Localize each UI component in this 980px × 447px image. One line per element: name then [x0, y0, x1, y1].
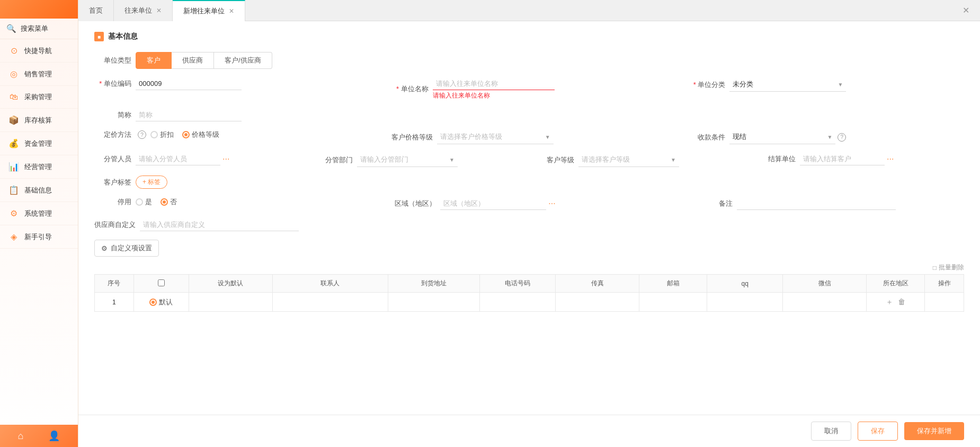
table-header-row: 序号设为默认联系人到货地址电话号码传真邮箱qq微信所在地区操作	[95, 275, 964, 293]
chevron-down-icon-5: ▼	[671, 157, 676, 163]
save-button[interactable]: 保存	[858, 422, 898, 441]
chevron-down-icon: ▼	[838, 82, 843, 87]
settlement-input[interactable]	[800, 153, 885, 165]
manager-input[interactable]	[136, 153, 220, 165]
contact-input[interactable]	[209, 298, 252, 306]
location-cell	[783, 293, 867, 312]
region-field: 区域（地区） ···	[395, 197, 663, 210]
payment-help-icon[interactable]: ?	[838, 133, 846, 142]
default-radio	[149, 299, 157, 306]
pricing-discount-option[interactable]: 折扣	[150, 130, 174, 139]
wechat-input[interactable]	[726, 298, 763, 306]
sidebar-item-inventory[interactable]: 📦 库存核算	[0, 109, 78, 132]
sidebar-search[interactable]: 🔍 搜索菜单	[0, 19, 78, 39]
sidebar-home-icon[interactable]: ⌂	[18, 431, 24, 442]
pricing-field: 定价方法 ? 折扣 价格等级	[94, 130, 370, 139]
short-name-field: 简称	[94, 109, 964, 121]
address-input[interactable]	[298, 298, 362, 306]
add-tag-button[interactable]: + 标签	[136, 176, 167, 189]
cancel-button[interactable]: 取消	[811, 422, 851, 441]
unit-type-btn-supplier[interactable]: 供应商	[172, 52, 214, 69]
table-header-2: 联系人	[272, 275, 388, 293]
main-area: 首页往来单位✕新增往来单位✕✕ ■ 基本信息 单位类型 客户供应商客户/供应商 …	[78, 0, 980, 447]
basic-icon: 📋	[8, 185, 19, 195]
unit-category-value: 未分类	[733, 80, 835, 89]
default-radio-item[interactable]: 默认	[149, 297, 173, 307]
disabled-yes-option[interactable]: 是	[136, 197, 152, 207]
manager-more-icon[interactable]: ···	[222, 154, 229, 164]
location-input[interactable]	[804, 298, 846, 306]
sidebar-user-icon[interactable]: 👤	[48, 430, 60, 442]
close-all-tabs-button[interactable]: ✕	[957, 5, 975, 15]
sidebar-item-purchase[interactable]: 🛍 采购管理	[0, 86, 78, 109]
phone-cell	[388, 293, 480, 312]
tab-home[interactable]: 首页	[78, 0, 114, 21]
add-row-button[interactable]: ＋	[886, 297, 893, 306]
sidebar-item-guide[interactable]: ◈ 新手引导	[0, 225, 78, 249]
pricing-level-option[interactable]: 价格等级	[182, 130, 219, 139]
short-name-input[interactable]	[136, 109, 242, 121]
phone-input[interactable]	[410, 298, 458, 306]
action-cell: ＋ 🗑	[867, 293, 925, 312]
unit-category-select[interactable]: 未分类 ▼	[729, 77, 846, 92]
fax-input[interactable]	[499, 298, 536, 306]
tab-close-contacts[interactable]: ✕	[156, 7, 162, 14]
sidebar-item-system[interactable]: ⚙ 系统管理	[0, 202, 78, 225]
table-row: 1 默认	[95, 293, 964, 312]
qq-input[interactable]	[657, 298, 689, 306]
pricing-level-label: 价格等级	[192, 130, 219, 139]
tab-label-contacts: 往来单位	[124, 6, 152, 15]
tab-contacts[interactable]: 往来单位✕	[114, 0, 173, 21]
qq-cell	[639, 293, 707, 312]
sidebar-bottom: ⌂ 👤	[0, 425, 78, 447]
sidebar-item-label-operations: 经营管理	[24, 162, 52, 172]
sidebar-item-operations[interactable]: 📊 经营管理	[0, 155, 78, 179]
remark-input[interactable]	[737, 197, 896, 210]
region-more-icon[interactable]: ···	[548, 199, 555, 208]
disabled-label: 停用	[94, 197, 131, 207]
unit-type-btn-both[interactable]: 客户/供应商	[214, 52, 272, 69]
delete-row-button[interactable]: 🗑	[898, 297, 905, 306]
quick-nav-icon: ⊙	[8, 46, 19, 56]
email-input[interactable]	[576, 298, 619, 306]
table-header-8: 微信	[783, 275, 867, 293]
disabled-no-label: 否	[170, 197, 177, 207]
disabled-no-option[interactable]: 否	[161, 197, 177, 207]
disabled-yes-label: 是	[145, 197, 152, 207]
finance-icon: 💰	[8, 138, 19, 148]
table-header-7: qq	[707, 275, 783, 293]
supplier-custom-input[interactable]	[140, 218, 299, 231]
customer-level-select[interactable]: 请选择客户等级 ▼	[578, 153, 679, 167]
unit-name-input[interactable]	[433, 77, 555, 90]
custom-settings-button[interactable]: ⚙ 自定义项设置	[94, 240, 159, 257]
unit-code-input[interactable]	[136, 77, 242, 90]
gear-icon: ⚙	[101, 244, 108, 252]
sidebar-nav: ⊙ 快捷导航 ◎ 销售管理 🛍 采购管理 📦 库存核算 💰 资金管理 📊 经营管…	[0, 39, 78, 249]
table-header-1: 设为默认	[189, 275, 272, 293]
department-select[interactable]: 请输入分管部门 ▼	[357, 153, 458, 167]
sidebar-item-basic[interactable]: 📋 基础信息	[0, 179, 78, 202]
sidebar-item-quick-nav[interactable]: ⊙ 快捷导航	[0, 39, 78, 63]
pricing-row: 定价方法 ? 折扣 价格等级 客户价格等级 请选择客户价格等级	[94, 130, 964, 144]
table-header-checkbox[interactable]	[133, 275, 189, 293]
unit-code-field: 单位编码	[94, 77, 370, 90]
select-all-checkbox[interactable]	[158, 279, 165, 286]
unit-type-btn-customer[interactable]: 客户	[136, 52, 172, 69]
batch-delete-row[interactable]: □ 批量删除	[94, 263, 964, 272]
custom-settings-label: 自定义项设置	[111, 243, 152, 253]
tab-new-contact[interactable]: 新增往来单位✕	[173, 0, 245, 21]
unit-category-field: 单位分类 未分类 ▼	[688, 77, 964, 92]
table-header-0: 序号	[95, 275, 134, 293]
payment-terms-select[interactable]: 现结 ▼	[729, 130, 835, 144]
region-input[interactable]	[440, 197, 546, 210]
pricing-help-icon[interactable]: ?	[138, 130, 146, 139]
department-field: 分管部门 请输入分管部门 ▼	[316, 153, 521, 167]
customer-price-level-select[interactable]: 请选择客户价格等级 ▼	[437, 130, 554, 144]
sidebar-item-sales[interactable]: ◎ 销售管理	[0, 63, 78, 86]
settlement-more-icon[interactable]: ···	[887, 154, 894, 164]
tab-close-new-contact[interactable]: ✕	[229, 7, 234, 15]
sidebar-item-label-inventory: 库存核算	[24, 116, 52, 125]
sidebar-item-finance[interactable]: 💰 资金管理	[0, 132, 78, 155]
sidebar-item-label-sales: 销售管理	[24, 69, 52, 79]
save-add-button[interactable]: 保存并新增	[904, 422, 964, 440]
